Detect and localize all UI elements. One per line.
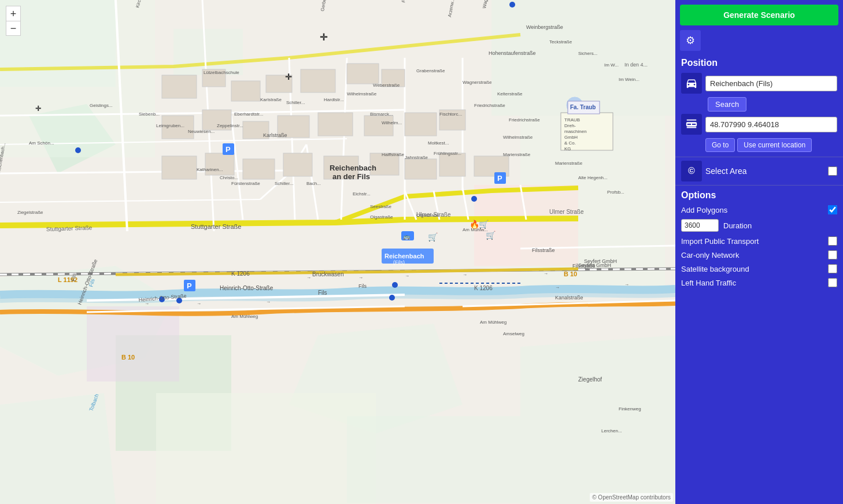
svg-text:Christo...: Christo...: [220, 175, 238, 180]
svg-text:& Co.: & Co.: [564, 140, 576, 146]
svg-text:Lerchen...: Lerchen...: [601, 428, 622, 433]
svg-text:✛: ✛: [285, 72, 292, 81]
svg-rect-9: [0, 0, 155, 157]
svg-rect-3: [173, 29, 243, 75]
svg-text:Kelterstraße: Kelterstraße: [497, 91, 523, 97]
svg-text:TRAUB: TRAUB: [564, 117, 580, 123]
svg-text:Haiffstraße: Haiffstraße: [382, 152, 405, 157]
duration-label: Duration: [723, 221, 752, 230]
svg-rect-4: [491, 0, 675, 116]
import-public-transport-label: Import Public Transport: [681, 237, 828, 246]
settings-row: ⚙: [675, 28, 843, 53]
svg-text:Fils: Fils: [358, 283, 367, 289]
svg-text:Alte Hegenh...: Alte Hegenh...: [578, 175, 608, 180]
svg-text:→: →: [463, 272, 467, 277]
svg-text:B 10: B 10: [564, 270, 577, 277]
goto-buttons-row: Go to Use current location: [705, 138, 837, 152]
svg-text:Leimgruben...: Leimgruben...: [156, 123, 184, 128]
goto-button[interactable]: Go to: [705, 138, 735, 152]
svg-rect-16: [162, 75, 197, 98]
position-title: Position: [681, 58, 837, 68]
search-button[interactable]: Search: [708, 97, 746, 112]
location-input[interactable]: [705, 76, 837, 91]
use-current-location-button[interactable]: Use current location: [737, 138, 812, 152]
road-icon: [685, 118, 698, 131]
svg-rect-28: [364, 116, 393, 136]
svg-text:Fürstenstraße: Fürstenstraße: [231, 181, 260, 186]
map-container[interactable]: P P P P 🚌 🛒 🛒 🛒 🔥 ✛ ✛ ✛ Stuttgarter Stra…: [0, 0, 675, 504]
svg-text:Teckstraße: Teckstraße: [549, 39, 572, 45]
svg-text:Weberstraße: Weberstraße: [373, 83, 400, 88]
search-row: Search: [705, 97, 837, 112]
svg-text:Reichenbach: Reichenbach: [330, 164, 376, 172]
svg-rect-29: [405, 113, 437, 136]
position-section: Position Search Go to Use current locati…: [675, 53, 843, 157]
svg-text:Eichstr...: Eichstr...: [353, 191, 371, 197]
svg-text:→: →: [306, 275, 311, 280]
svg-text:→: →: [405, 273, 409, 279]
svg-rect-21: [347, 64, 379, 84]
svg-text:an der Fils: an der Fils: [332, 172, 370, 181]
svg-text:Fischtorc...: Fischtorc...: [439, 112, 462, 117]
svg-text:Neuwiesen...: Neuwiesen...: [188, 129, 215, 134]
settings-button[interactable]: ⚙: [680, 30, 701, 51]
svg-text:Moltkest...: Moltkest...: [428, 140, 449, 146]
svg-text:Siebenb...: Siebenb...: [139, 112, 160, 117]
svg-text:Seestraße: Seestraße: [370, 204, 391, 209]
svg-text:Im Wein...: Im Wein...: [619, 77, 639, 82]
generate-scenario-button[interactable]: Generate Scenario: [680, 5, 838, 25]
svg-text:Bruckwasen: Bruckwasen: [312, 271, 343, 277]
car-only-network-row: Car-only Network: [681, 250, 837, 260]
svg-text:Profsb...: Profsb...: [607, 190, 624, 195]
zoom-in-button[interactable]: +: [6, 6, 21, 21]
svg-text:🛒: 🛒: [428, 232, 438, 242]
svg-rect-27: [318, 113, 353, 136]
select-area-checkbox[interactable]: [828, 166, 837, 176]
svg-point-46: [75, 147, 81, 153]
svg-text:→: →: [624, 282, 629, 287]
svg-text:✛: ✛: [35, 105, 41, 113]
svg-text:In den 4...: In den 4...: [624, 62, 648, 68]
duration-input[interactable]: [681, 219, 719, 232]
svg-text:KG: KG: [564, 146, 571, 151]
svg-text:Katharinen...: Katharinen...: [197, 167, 223, 172]
svg-point-49: [389, 295, 395, 301]
left-hand-traffic-label: Left Hand Traffic: [681, 279, 828, 287]
svg-text:Olgastraße: Olgastraße: [370, 214, 393, 220]
svg-text:Weinbergstraße: Weinbergstraße: [526, 24, 563, 30]
svg-text:→: →: [197, 301, 201, 306]
svg-text:Dreh-: Dreh-: [564, 123, 576, 128]
svg-rect-38: [439, 153, 465, 176]
svg-text:Hohenstaufenstraße: Hohenstaufenstraße: [489, 50, 536, 56]
svg-text:Hardtstr...: Hardtstr...: [324, 97, 344, 102]
svg-text:Wilhelmstraße: Wilhelmstraße: [347, 91, 377, 97]
satellite-background-checkbox[interactable]: [828, 264, 837, 273]
svg-text:Wilhelmstraße: Wilhelmstraße: [503, 135, 533, 140]
svg-rect-18: [231, 81, 260, 101]
add-polygons-checkbox[interactable]: [828, 205, 837, 214]
car-only-network-checkbox[interactable]: [828, 250, 837, 260]
svg-rect-14: [474, 185, 578, 266]
map-background: P P P P 🚌 🛒 🛒 🛒 🔥 ✛ ✛ ✛ Stuttgarter Stra…: [0, 0, 675, 504]
road-icon-box: [681, 114, 702, 135]
svg-text:Fa. Traub: Fa. Traub: [570, 104, 596, 110]
svg-text:Jahnstraße: Jahnstraße: [405, 155, 428, 160]
car-icon-box: [681, 73, 702, 94]
svg-text:Ziegelhof: Ziegelhof: [578, 376, 602, 383]
svg-text:Marienstraße: Marienstraße: [503, 152, 531, 157]
svg-text:Karlstraße: Karlstraße: [260, 97, 282, 102]
zoom-out-button[interactable]: −: [6, 21, 21, 36]
copyright-icon-box: ©: [681, 161, 702, 181]
svg-text:Fils: Fils: [318, 290, 327, 296]
svg-text:Ziegelstraße: Ziegelstraße: [17, 210, 43, 215]
svg-rect-15: [87, 306, 179, 381]
svg-text:Amselweg: Amselweg: [503, 331, 524, 336]
svg-text:Stuttgarter Straße: Stuttgarter Straße: [191, 223, 241, 230]
coordinates-input[interactable]: [705, 117, 837, 132]
left-hand-traffic-checkbox[interactable]: [828, 278, 837, 287]
import-public-transport-checkbox[interactable]: [828, 236, 837, 246]
svg-text:Wilhelm...: Wilhelm...: [382, 120, 402, 125]
svg-text:P: P: [225, 145, 231, 154]
svg-text:P: P: [497, 174, 502, 183]
svg-text:🚌: 🚌: [403, 233, 411, 240]
